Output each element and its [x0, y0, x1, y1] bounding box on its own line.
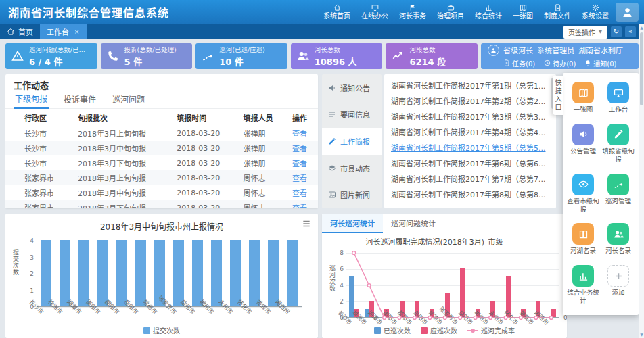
stats-row: 巡河问题(总数/已处理)6 / 4 件投诉(总数/已处理)5 件巡河(已巡/应巡…: [5, 43, 639, 69]
scroll-up-icon[interactable]: ▲: [639, 24, 644, 31]
page-scrollbar[interactable]: ▲ ▼: [639, 24, 644, 338]
bar-series-0: [116, 240, 127, 306]
news-menu-item[interactable]: 市县动态: [322, 155, 382, 182]
view-link[interactable]: 查看: [292, 160, 307, 168]
stat-card-trend[interactable]: 河段总数6214 段: [386, 43, 478, 69]
news-item[interactable]: 湖南省河长制工作简报2017年第7期（总第7...: [391, 172, 548, 187]
refresh-icon[interactable]: ↻: [611, 26, 622, 37]
view-link[interactable]: 查看: [292, 145, 307, 153]
warning-icon: [12, 50, 24, 62]
nav-item-doc[interactable]: 制度文件: [544, 4, 571, 21]
view-link[interactable]: 查看: [292, 189, 307, 198]
layers-icon: [328, 164, 336, 172]
report-table: 行政区旬报批次填报时间填报人员操作 长沙市2018年3月上旬旬报2018-03-…: [5, 110, 318, 208]
stat-card-warning[interactable]: 巡河问题(总数/已处理)6 / 4 件: [5, 43, 97, 69]
bars-icon: [578, 271, 589, 281]
patrol-stats-tab[interactable]: 巡河问题统计: [383, 214, 444, 233]
user-badge[interactable]: 通知(0): [584, 58, 616, 68]
column-header: 填报时间: [172, 110, 239, 126]
y-axis-tick: 6: [330, 266, 344, 272]
nav-item-bars[interactable]: 综合统计: [475, 4, 502, 21]
quick-entry-tab[interactable]: 快捷入口: [553, 76, 563, 115]
nav-item-flag[interactable]: 河长事务: [399, 4, 426, 21]
legend-item[interactable]: 已巡次数: [374, 325, 411, 335]
stat-label: 投诉(总数/已处理): [124, 45, 177, 54]
bar-series-0: [60, 240, 70, 306]
user-badges: 任务(0)待办(0)通知(0): [488, 58, 632, 68]
news-menu-item[interactable]: 工作简报: [322, 128, 382, 155]
tab-workbench[interactable]: 工作台 ×: [40, 24, 87, 39]
news-menu-item[interactable]: 要闻信息: [322, 101, 382, 128]
quick-tile-map[interactable]: 一张图: [566, 82, 600, 114]
scrollbar-thumb[interactable]: [640, 32, 643, 105]
quick-tile-edit[interactable]: 填报省级旬报: [601, 124, 635, 164]
column-header: 操作: [288, 110, 318, 126]
menu-item-label: 工作简报: [340, 136, 370, 147]
close-tab-icon[interactable]: ×: [74, 29, 80, 35]
legend-line-swatch: [467, 330, 478, 331]
quick-tile-view[interactable]: 查看市级旬报: [566, 174, 600, 214]
view-link[interactable]: 查看: [292, 204, 307, 208]
stat-card-walk[interactable]: 巡河(已巡/应巡)10 件: [196, 43, 288, 69]
menu-item-label: 图片新闻: [340, 189, 370, 200]
nav-item-label: 综合统计: [475, 12, 502, 21]
cell-action: 查看: [288, 155, 318, 170]
monitor-icon: [371, 4, 379, 11]
legend-label: 应巡次数: [430, 325, 457, 335]
legend-item[interactable]: 提交次数: [143, 325, 180, 335]
news-item[interactable]: 湖南省河长制工作简报2017年第8期（总第8...: [391, 187, 548, 203]
patrol-stats-tab[interactable]: 河长巡河统计: [322, 214, 383, 233]
view-link[interactable]: 查看: [292, 130, 307, 139]
stat-value: 5 件: [124, 55, 177, 68]
quick-tile-plus[interactable]: 添加: [601, 265, 635, 305]
worklog-tab[interactable]: 投诉事件: [62, 93, 97, 108]
nav-item-briefcase[interactable]: 治理项目: [437, 4, 464, 21]
view-link[interactable]: 查看: [292, 174, 307, 183]
clock-icon: [544, 59, 551, 66]
nav-item-monitor[interactable]: 在线办公: [361, 4, 388, 21]
user-avatar[interactable]: [616, 3, 639, 22]
quick-tile-walk[interactable]: 巡河管理: [601, 174, 635, 214]
user-name: 系统管理员: [537, 45, 574, 55]
scroll-down-icon[interactable]: ▼: [639, 331, 644, 338]
news-item[interactable]: 湖南省河长制工作简报2017年第6期（总第6...: [391, 156, 548, 172]
news-item[interactable]: 湖南省河长制工作简报2017年第3期（总第3...: [391, 110, 548, 125]
nav-item-label: 河长事务: [399, 12, 426, 21]
collapse-icon[interactable]: «: [625, 26, 636, 37]
user-badge[interactable]: 任务(0): [503, 58, 535, 68]
quick-tile-bars[interactable]: 综合业务统计: [566, 265, 600, 305]
table-row: 张家界市2018年3月中旬旬报2018-03-20周怀志查看: [5, 185, 318, 200]
news-item[interactable]: 湖南省河长制工作简报2017年第1期（总第1...: [391, 78, 548, 94]
worklog-tab[interactable]: 巡河问题: [111, 93, 146, 108]
worklog-tab[interactable]: 下级旬报: [14, 93, 49, 109]
user-badge[interactable]: 待办(0): [544, 58, 576, 68]
cell-region: 张家界市: [5, 185, 74, 200]
legend-item[interactable]: 巡河完成率: [467, 325, 515, 335]
y-axis-tick: 1: [20, 287, 34, 294]
tabbar-actions: 页签操作 ▼ ↻ «: [564, 26, 644, 39]
user-summary-card[interactable]: 省级河长 系统管理员 湖南省水利厅 任务(0)待办(0)通知(0): [481, 43, 639, 69]
nav-item-gear[interactable]: 系统设置: [582, 4, 609, 21]
stat-value: 10 件: [219, 55, 265, 68]
stat-card-people[interactable]: 河长总数10896 人: [291, 43, 383, 69]
quick-tile-book[interactable]: 河湖名录: [566, 223, 600, 255]
news-item[interactable]: 湖南省河长制工作简报2017年第2期（总第2...: [391, 94, 548, 110]
plus-icon: [614, 271, 624, 281]
news-menu-item[interactable]: 图片新闻: [322, 181, 382, 208]
tab-actions-button[interactable]: 页签操作 ▼: [564, 26, 607, 39]
quick-tile-speaker[interactable]: 公告管理: [566, 124, 600, 164]
breadcrumb-home[interactable]: 首页: [0, 26, 40, 37]
quick-tile-monitor[interactable]: 工作台: [601, 82, 635, 114]
news-item[interactable]: 湖南省河长制工作简报2017年第5期（总第5...: [391, 141, 548, 156]
gridline: [37, 258, 302, 258]
person-icon: [622, 7, 633, 18]
news-item[interactable]: 湖南省河长制工作简报2017年第4期（总第4...: [391, 125, 548, 141]
tile-label: 填报省级旬报: [601, 147, 635, 164]
nav-item-map[interactable]: 一张图: [513, 4, 533, 21]
tile-icon-box: [607, 124, 629, 145]
stat-card-phone[interactable]: 投诉(总数/已处理)5 件: [101, 43, 193, 69]
quick-tile-people[interactable]: 河长名录: [601, 223, 635, 255]
legend-item[interactable]: 应巡次数: [421, 325, 457, 335]
news-menu-item[interactable]: 通知公告: [322, 74, 382, 101]
nav-item-home[interactable]: 系统首页: [323, 4, 350, 21]
